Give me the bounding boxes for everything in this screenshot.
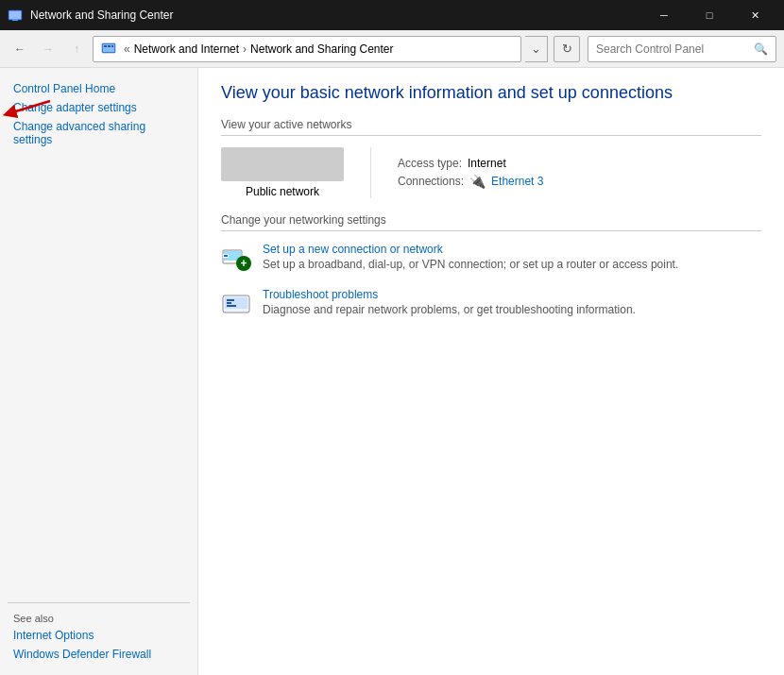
active-networks-header: View your active networks (221, 118, 761, 136)
sidebar-item-change-advanced[interactable]: Change advanced sharing settings (8, 117, 190, 149)
svg-rect-5 (104, 45, 107, 47)
see-also-label: See also (8, 611, 190, 626)
action-item-troubleshoot: Troubleshoot problems Diagnose and repai… (221, 288, 761, 318)
close-button[interactable]: ✕ (733, 0, 776, 30)
path-network-sharing[interactable]: Network and Sharing Center (250, 42, 393, 56)
connections-row: Connections: 🔌 Ethernet 3 (398, 174, 543, 189)
window-controls: ─ □ ✕ (642, 0, 776, 30)
title-bar: Network and Sharing Center ─ □ ✕ (0, 0, 784, 30)
minimize-button[interactable]: ─ (642, 0, 686, 30)
path-network-internet[interactable]: Network and Internet (134, 42, 239, 56)
sidebar-item-internet-options[interactable]: Internet Options (8, 626, 190, 645)
search-box[interactable]: 🔍 (588, 36, 776, 62)
network-card: Public network Access type: Internet Con… (221, 147, 761, 198)
connections-label: Connections: (398, 175, 464, 188)
path-arrow-1: › (243, 42, 247, 56)
main-layout: Control Panel Home Change adapter settin… (0, 68, 784, 675)
search-input[interactable] (596, 42, 750, 56)
path-separator-1: « (124, 42, 130, 56)
change-settings-header: Change your networking settings (221, 213, 761, 231)
network-icon (101, 42, 116, 57)
up-button[interactable]: ↑ (64, 37, 89, 61)
svg-rect-2 (12, 19, 18, 21)
svg-rect-6 (108, 45, 111, 47)
svg-rect-19 (227, 299, 234, 301)
troubleshoot-link[interactable]: Troubleshoot problems (263, 288, 761, 301)
vertical-separator (370, 147, 371, 198)
network-info-right: Access type: Internet Connections: 🔌 Eth… (398, 157, 543, 189)
svg-text:+: + (240, 257, 247, 270)
content-area: View your basic network information and … (198, 68, 784, 675)
svg-rect-7 (111, 45, 113, 47)
svg-rect-20 (227, 302, 231, 304)
network-type-label: Public network (246, 185, 319, 198)
access-type-label: Access type: (398, 157, 462, 170)
sidebar-item-change-adapter-wrapper: Change adapter settings (8, 98, 190, 117)
page-title: View your basic network information and … (221, 83, 761, 103)
sidebar-item-change-adapter[interactable]: Change adapter settings (8, 98, 190, 117)
sidebar-item-control-panel-home[interactable]: Control Panel Home (8, 79, 190, 98)
access-type-row: Access type: Internet (398, 157, 543, 170)
svg-rect-1 (9, 11, 21, 19)
connections-value[interactable]: Ethernet 3 (491, 175, 543, 188)
title-bar-text: Network and Sharing Center (30, 8, 173, 22)
back-button[interactable]: ← (8, 37, 32, 61)
sidebar-bottom: See also Internet Options Windows Defend… (8, 602, 190, 664)
maximize-button[interactable]: □ (688, 0, 731, 30)
sidebar: Control Panel Home Change adapter settin… (0, 68, 198, 675)
troubleshoot-desc: Diagnose and repair network problems, or… (263, 303, 636, 316)
sidebar-item-windows-firewall[interactable]: Windows Defender Firewall (8, 645, 190, 664)
refresh-button[interactable]: ↻ (554, 36, 580, 62)
new-connection-icon: + (221, 243, 251, 273)
troubleshoot-text: Troubleshoot problems Diagnose and repai… (263, 288, 761, 316)
svg-rect-21 (227, 305, 236, 307)
title-bar-left: Network and Sharing Center (8, 8, 173, 23)
network-info-left: Public network (221, 147, 344, 198)
sidebar-spacer (8, 149, 190, 602)
address-bar: ← → ↑ « Network and Internet › Network a… (0, 30, 784, 68)
search-icon: 🔍 (754, 42, 768, 56)
ethernet-icon: 🔌 (469, 174, 486, 189)
svg-rect-15 (224, 255, 228, 257)
app-icon (8, 8, 23, 23)
access-type-value: Internet (468, 157, 506, 170)
action-item-new-connection: + Set up a new connection or network Set… (221, 243, 761, 273)
address-path[interactable]: « Network and Internet › Network and Sha… (93, 36, 521, 62)
new-connection-desc: Set up a broadband, dial-up, or VPN conn… (263, 258, 678, 271)
troubleshoot-icon (221, 288, 251, 318)
new-connection-text: Set up a new connection or network Set u… (263, 243, 761, 271)
path-dropdown-button[interactable]: ⌄ (525, 36, 548, 62)
new-connection-link[interactable]: Set up a new connection or network (263, 243, 761, 256)
forward-button[interactable]: → (36, 37, 60, 61)
network-thumbnail (221, 147, 344, 181)
